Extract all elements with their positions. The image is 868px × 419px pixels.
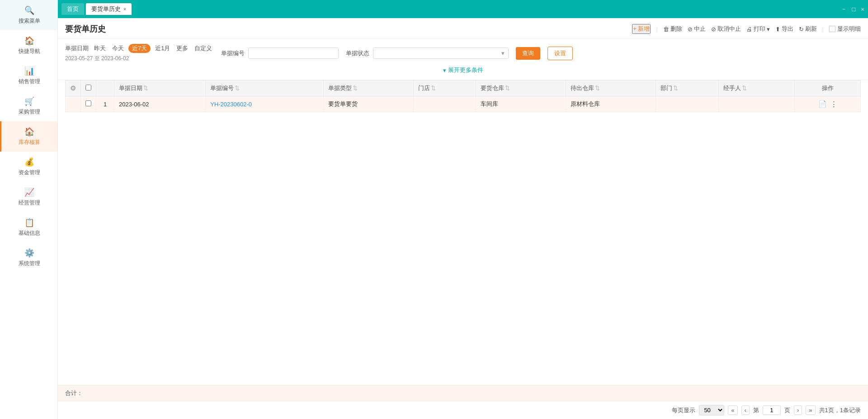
- row-bill-date: 2023-06-02: [114, 96, 206, 112]
- col-header-store[interactable]: 门店⇅: [413, 81, 476, 96]
- col-label-handler: 经手人: [723, 85, 741, 91]
- per-page-select[interactable]: 102050100: [699, 405, 724, 415]
- sidebar-item-basic-info[interactable]: 📋 基础信息: [0, 212, 57, 243]
- expand-more-button[interactable]: ▾ 展开更多条件: [443, 66, 483, 74]
- display-detail-checkbox[interactable]: [829, 26, 835, 32]
- sidebar-item-quick-nav[interactable]: 🏠 快捷导航: [0, 30, 57, 61]
- sort-icon-store[interactable]: ⇅: [431, 85, 436, 91]
- table-body: 12023-06-02YH-20230602-0要货单要货车间库原材料仓库 📄 …: [66, 96, 861, 112]
- last-page-btn[interactable]: »: [806, 405, 815, 415]
- purchase-icon: 🛒: [24, 96, 34, 106]
- cancel-stop-button[interactable]: ⊘ 取消中止: [711, 25, 741, 33]
- sort-icon-pending_warehouse[interactable]: ⇅: [595, 85, 600, 91]
- date-option-自定义[interactable]: 自定义: [193, 44, 214, 53]
- stop-button[interactable]: ⊘ 中止: [688, 25, 706, 33]
- row-store: [413, 96, 476, 112]
- table-header: ⚙单据日期⇅单据编号⇅单据类型⇅门店⇅要货仓库⇅待出仓库⇅部门⇅经手人⇅操作: [66, 81, 861, 96]
- window-minimize-btn[interactable]: －: [841, 5, 847, 13]
- col-label-department: 部门: [660, 85, 672, 91]
- display-detail-toggle[interactable]: 显示明细: [829, 25, 861, 33]
- expand-more-label: 展开更多条件: [448, 66, 483, 74]
- active-tab[interactable]: 要货单历史 ×: [86, 3, 132, 15]
- sort-icon-department[interactable]: ⇅: [673, 85, 678, 91]
- row-num: 1: [96, 96, 114, 112]
- row-checkbox-cell: [81, 96, 96, 112]
- sidebar-item-purchase[interactable]: 🛒 采购管理: [0, 91, 57, 121]
- sidebar-item-inventory[interactable]: 🏠 库存核算: [0, 121, 57, 152]
- system-label: 系统管理: [19, 260, 40, 267]
- cancel-stop-icon: ⊘: [711, 26, 716, 33]
- topbar-right: － □ ×: [841, 5, 864, 13]
- sidebar-item-sales[interactable]: 📊 销售管理: [0, 61, 57, 91]
- expand-more-icon: ▾: [443, 67, 446, 74]
- page-number-input[interactable]: [763, 405, 781, 415]
- col-header-handler[interactable]: 经手人⇅: [718, 81, 795, 96]
- sort-icon-bill_number[interactable]: ⇅: [235, 85, 240, 91]
- row-edit-btn[interactable]: 📄: [818, 100, 827, 108]
- sort-icon-bill_type[interactable]: ⇅: [353, 85, 358, 91]
- stop-icon: ⊘: [688, 26, 693, 33]
- delete-button[interactable]: 🗑 删除: [663, 25, 682, 33]
- col-label-bill_date: 单据日期: [119, 85, 142, 91]
- window-maximize-btn[interactable]: □: [852, 6, 856, 13]
- page-go-suffix: 页: [784, 406, 790, 414]
- next-page-btn[interactable]: ›: [794, 405, 802, 415]
- date-option-近1月[interactable]: 近1月: [153, 44, 172, 53]
- prev-page-btn[interactable]: ‹: [741, 405, 750, 415]
- export-button[interactable]: ⬆ 导出: [775, 25, 793, 33]
- tab-close-icon[interactable]: ×: [123, 6, 126, 12]
- col-header-department[interactable]: 部门⇅: [656, 81, 718, 96]
- select-all-checkbox[interactable]: [85, 85, 91, 90]
- date-option-近7天[interactable]: 近7天: [128, 44, 151, 53]
- sales-label: 销售管理: [19, 78, 40, 86]
- col-header-bill_date[interactable]: 单据日期⇅: [114, 81, 206, 96]
- sort-icon-bill_date[interactable]: ⇅: [143, 85, 148, 91]
- query-button[interactable]: 查询: [516, 47, 540, 60]
- print-dropdown-icon[interactable]: ▾: [767, 26, 770, 33]
- date-option-更多[interactable]: 更多: [175, 44, 190, 53]
- sidebar-item-system[interactable]: ⚙️ 系统管理: [0, 243, 57, 273]
- row-checkbox[interactable]: [85, 100, 91, 106]
- search-menu-icon: 🔍: [24, 5, 34, 15]
- row-more-btn[interactable]: ⋮: [830, 100, 837, 108]
- first-page-btn[interactable]: «: [728, 405, 737, 415]
- row-department: [656, 96, 718, 112]
- table-row: 12023-06-02YH-20230602-0要货单要货车间库原材料仓库 📄 …: [66, 96, 861, 112]
- active-tab-label: 要货单历史: [91, 5, 121, 13]
- main-area: 首页 要货单历史 × － □ × 要货单历史 + 新增 | 🗑 删除 ⊘: [58, 0, 868, 419]
- sort-icon-handler[interactable]: ⇅: [742, 85, 747, 91]
- system-icon: ⚙️: [24, 248, 34, 258]
- col-header-bill_number[interactable]: 单据编号⇅: [206, 81, 324, 96]
- bill-number-link[interactable]: YH-20230602-0: [210, 101, 252, 108]
- topbar: 首页 要货单历史 × － □ ×: [58, 0, 868, 18]
- page-go-label: 第: [753, 406, 759, 414]
- col-header-pending_warehouse[interactable]: 待出仓库⇅: [566, 81, 656, 96]
- sidebar-item-operations[interactable]: 📈 经营管理: [0, 182, 57, 212]
- col-header-num: [96, 81, 114, 96]
- operations-icon: 📈: [24, 187, 34, 197]
- settings-button[interactable]: 设置: [547, 47, 573, 60]
- window-close-btn[interactable]: ×: [861, 6, 864, 13]
- refresh-button[interactable]: ↻ 刷新: [799, 25, 817, 33]
- basic-info-icon: 📋: [24, 218, 34, 228]
- col-label-bill_type: 单据类型: [328, 85, 352, 91]
- bill-status-select[interactable]: ▾: [373, 48, 509, 59]
- filter-row-1: 单据日期 昨天今天近7天近1月更多自定义 2023-05-27 至 2023-0…: [65, 44, 861, 62]
- print-button[interactable]: 🖨 打印 ▾: [746, 25, 770, 33]
- row-req-warehouse: 车间库: [476, 96, 566, 112]
- summary-label: 合计：: [65, 389, 83, 397]
- settings-gear-icon[interactable]: ⚙: [70, 84, 76, 92]
- new-button[interactable]: + 新增: [632, 24, 651, 34]
- bill-number-input[interactable]: [248, 48, 339, 59]
- bill-number-filter: 单据编号: [221, 48, 339, 59]
- home-tab[interactable]: 首页: [61, 3, 84, 15]
- sidebar-item-finance[interactable]: 💰 资金管理: [0, 152, 57, 182]
- sidebar-item-search-menu[interactable]: 🔍 搜索菜单: [0, 0, 57, 30]
- quick-nav-icon: 🏠: [24, 36, 34, 46]
- date-option-今天[interactable]: 今天: [110, 44, 126, 53]
- row-actions: 📄 ⋮: [795, 96, 861, 112]
- sort-icon-req_warehouse[interactable]: ⇅: [505, 85, 510, 91]
- col-header-bill_type[interactable]: 单据类型⇅: [323, 81, 413, 96]
- date-option-昨天[interactable]: 昨天: [92, 44, 108, 53]
- col-header-req_warehouse[interactable]: 要货仓库⇅: [476, 81, 566, 96]
